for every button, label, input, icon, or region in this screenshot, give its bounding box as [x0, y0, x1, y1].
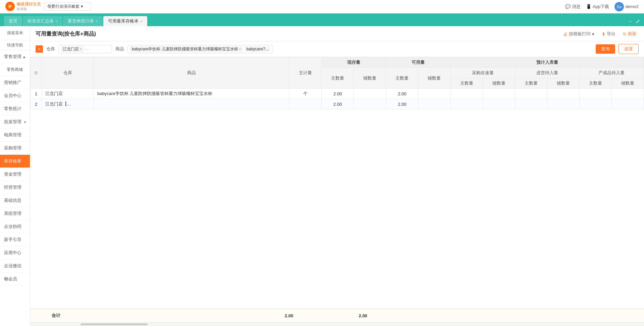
- sidebar-item-zijin-label: 资金管理: [4, 171, 21, 177]
- sidebar-item-zijin[interactable]: 资金管理: [0, 168, 30, 181]
- table-row: 2 江北门店【... 2.00 2.00: [31, 99, 644, 109]
- sidebar-item-qiyeweixin[interactable]: 企业微信: [0, 260, 30, 273]
- tab-keyong-close[interactable]: ×: [141, 19, 143, 23]
- sidebar-item-lingxiaotongji-label: 零售统计: [4, 106, 21, 112]
- product-tag-remove[interactable]: ×: [239, 47, 241, 51]
- minimize-icon[interactable]: －: [628, 18, 633, 25]
- tab-yaohuo[interactable]: 要货单统计表 ×: [63, 16, 103, 26]
- top-bar-left: 好 畅捷通好生意 标准版 母婴行业演示账套 ▾: [5, 2, 91, 11]
- sidebar-section: 零售管理 ▲ 零售商城 营销推广 会员中心 零售统计 批发管理 ▾ 电商管理: [0, 50, 30, 286]
- sidebar-item-changhui[interactable]: 畅会员: [0, 273, 30, 286]
- sidebar-item-yingyong-label: 应用中心: [4, 250, 21, 256]
- sidebar-item-lingxiaoshangcheng[interactable]: 零售商城: [0, 63, 30, 76]
- download-icon: 📱: [586, 4, 591, 9]
- col-warehouse-header: 仓库: [42, 57, 94, 89]
- sidebar-item-xinshou[interactable]: 新手引导: [0, 233, 30, 246]
- user-menu[interactable]: Ea demo2: [614, 2, 639, 11]
- col-current-main-header: 主数量: [322, 68, 354, 89]
- expand-filter-button[interactable]: »: [36, 45, 43, 53]
- warehouse-tag-label: 江北门店: [63, 46, 79, 52]
- refresh-button[interactable]: ↻ 刷新: [621, 30, 639, 38]
- sidebar-item-kucun[interactable]: 库存核算: [0, 155, 30, 168]
- product-tag2-label: babycare?...: [247, 47, 269, 51]
- refresh-icon: ↻: [623, 32, 627, 37]
- col-purchaseonway-group: 采购在途量: [450, 68, 515, 78]
- col-productionpending-main: 主数量: [579, 78, 611, 89]
- export-button[interactable]: ⬆ 导出: [600, 30, 618, 38]
- sidebar-item-yingyong[interactable]: 应用中心: [0, 246, 30, 260]
- warehouse-more-dots[interactable]: ···: [85, 47, 89, 52]
- sidebar-item-jichu[interactable]: 基础信息: [0, 194, 30, 207]
- industry-select[interactable]: 母婴行业演示账套 ▾: [44, 2, 91, 11]
- col-incomingpending-group: 进货待入量: [515, 68, 579, 78]
- sidebar: 搜索菜单 快捷导航 零售管理 ▲ 零售商城 营销推广 会员中心 零售统计 批发管…: [0, 26, 30, 326]
- col-available-main-header: 主数量: [386, 68, 418, 89]
- print-button[interactable]: 🖨 按模板打印 ▾: [561, 30, 596, 38]
- tab-yaohuo-close[interactable]: ×: [96, 19, 98, 23]
- export-label: 导出: [607, 31, 615, 37]
- row-incoming-aux: [547, 89, 579, 99]
- search-menu-button[interactable]: 搜索菜单: [3, 29, 27, 37]
- sidebar-item-qiyeweixin-label: 企业微信: [4, 263, 21, 269]
- row-incoming-main: [515, 89, 547, 99]
- row-mainunit: 个: [289, 89, 322, 99]
- logo-text-area: 畅捷通好生意 标准版: [17, 2, 41, 11]
- row-purchaseonway-main: [450, 99, 483, 109]
- message-icon: 💬: [565, 4, 571, 9]
- sidebar-item-jingying[interactable]: 经营管理: [0, 181, 30, 194]
- product-filter[interactable]: babycare学饮杯 儿童防摔防撞吸管杯重力球吸嘴杯宝宝水杯 × babyca…: [127, 45, 273, 53]
- logo-icon: 好: [5, 2, 15, 11]
- sidebar-item-lingxiao[interactable]: 零售管理 ▲: [0, 50, 30, 63]
- row-no: 2: [31, 99, 42, 109]
- sidebar-item-yingxiao[interactable]: 营销推广: [0, 76, 30, 89]
- col-product-header: 商品: [94, 57, 289, 89]
- settings-button[interactable]: 设置: [619, 44, 639, 54]
- tab-shoufacun-label: 收发存汇总表: [28, 18, 54, 24]
- row-available-main: 2.00: [386, 99, 418, 109]
- content-area: 可用量查询(按仓库+商品) 🖨 按模板打印 ▾ ⬆ 导出 ↻ 刷新 »: [30, 26, 644, 326]
- tab-home[interactable]: 首页: [4, 16, 22, 26]
- tab-home-label: 首页: [9, 18, 17, 24]
- tab-keyong[interactable]: 可用量库存账本 ×: [103, 16, 147, 26]
- product-label: 商品: [115, 46, 124, 52]
- product-tag-babycare: babycare学饮杯 儿童防摔防撞吸管杯重力球吸嘴杯宝宝水杯 ×: [130, 46, 243, 52]
- tab-shoufacun[interactable]: 收发存汇总表 ×: [23, 16, 62, 26]
- sidebar-item-qiye[interactable]: 企业协同: [0, 220, 30, 233]
- row-available-aux: [418, 89, 450, 99]
- sidebar-item-huiyuan[interactable]: 会员中心: [0, 89, 30, 102]
- query-button[interactable]: 查询: [596, 44, 615, 54]
- sidebar-item-xitong[interactable]: 系统管理: [0, 207, 30, 220]
- footer-available-main: 2.00: [344, 311, 381, 320]
- row-current-aux: [354, 99, 386, 109]
- product-tag-babycare2: babycare?...: [245, 46, 271, 52]
- tab-bar: 首页 收发存汇总表 × 要货单统计表 × 可用量库存账本 × － ⤢: [0, 13, 644, 26]
- row-production-aux: [611, 89, 644, 99]
- warehouse-tag-jiangbei: 江北门店 ×: [61, 46, 84, 52]
- warehouse-tag-remove[interactable]: ×: [80, 47, 82, 51]
- warehouse-filter[interactable]: 江北门店 × ···: [58, 45, 112, 53]
- quick-nav-button[interactable]: 快捷导航: [0, 40, 30, 50]
- table-row: 1 江北门店 babycare学饮杯 儿童防摔防撞吸管杯重力球吸嘴杯宝宝水杯 个…: [31, 89, 644, 99]
- sidebar-item-pifa[interactable]: 批发管理 ▾: [0, 115, 30, 129]
- row-purchaseonway-main: [450, 89, 483, 99]
- col-purchaseonway-aux: 辅数量: [483, 78, 515, 89]
- gear-icon[interactable]: ⚙: [34, 70, 38, 76]
- sidebar-item-dianshang[interactable]: 电商管理: [0, 129, 30, 142]
- maximize-icon[interactable]: ⤢: [636, 18, 640, 25]
- row-purchaseonway-aux: [483, 89, 515, 99]
- tab-keyong-label: 可用量库存账本: [108, 18, 139, 24]
- sidebar-item-lingxiaoshangcheng-label: 零售商城: [7, 67, 23, 73]
- tab-shoufacun-close[interactable]: ×: [56, 19, 58, 23]
- avatar-initials: Ea: [617, 5, 622, 9]
- row-product: [94, 99, 289, 109]
- app-download-button[interactable]: 📱 App下载: [586, 4, 609, 10]
- sidebar-item-lingxiaotongji[interactable]: 零售统计: [0, 102, 30, 115]
- sidebar-item-dianshang-label: 电商管理: [4, 132, 21, 138]
- horizontal-scrollbar[interactable]: [30, 322, 644, 326]
- sidebar-search[interactable]: 搜索菜单: [0, 26, 30, 40]
- sidebar-item-caigou[interactable]: 采购管理: [0, 142, 30, 155]
- sidebar-item-kucun-label: 库存核算: [4, 158, 21, 164]
- scroll-thumb[interactable]: [80, 323, 148, 325]
- row-production-aux: [611, 99, 644, 109]
- message-button[interactable]: 💬 消息: [565, 4, 581, 10]
